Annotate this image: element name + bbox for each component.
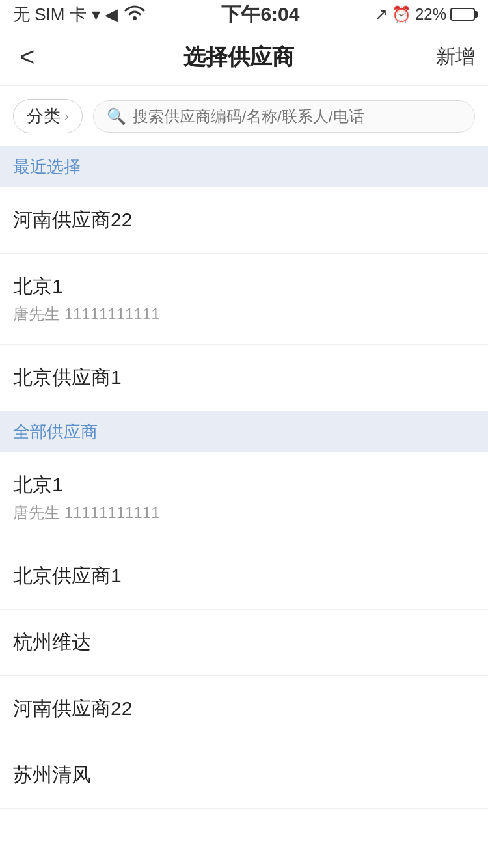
list-item[interactable]: 北京供应商1 — [0, 543, 488, 610]
list-item-name: 北京1 — [13, 273, 475, 300]
search-box[interactable]: 🔍 — [93, 100, 475, 133]
svg-point-0 — [133, 16, 137, 20]
category-button[interactable]: 分类 › — [13, 99, 83, 133]
nav-bar: < 选择供应商 新增 — [0, 29, 488, 86]
chevron-right-icon: › — [64, 109, 69, 124]
status-bar-left: 无 SIM 卡 ▾ ◀ — [13, 3, 146, 26]
list-item-name: 北京供应商1 — [13, 563, 475, 590]
list-item[interactable]: 北京1唐先生 11111111111 — [0, 452, 488, 543]
list-item-name: 北京1 — [13, 472, 475, 498]
search-icon: 🔍 — [107, 107, 126, 126]
status-bar: 无 SIM 卡 ▾ ◀ 下午6:04 ↗ ⏰ 22% — [0, 0, 488, 29]
list-item-sub: 唐先生 11111111111 — [13, 304, 475, 325]
recent-section-header: 最近选择 — [0, 146, 488, 187]
page-title: 选择供应商 — [183, 42, 294, 72]
all-section-header: 全部供应商 — [0, 411, 488, 452]
list-item-name: 杭州维达 — [13, 629, 475, 656]
wifi-icon: ▾ ◀ — [92, 5, 118, 25]
list-item-name: 北京供应商1 — [13, 364, 475, 391]
list-item-name: 苏州清风 — [13, 762, 475, 789]
sim-text: 无 SIM 卡 — [13, 3, 87, 26]
battery-percent: 22% — [415, 5, 446, 23]
list-item[interactable]: 北京1唐先生 11111111111 — [0, 254, 488, 345]
list-item[interactable]: 北京供应商1 — [0, 345, 488, 411]
back-button[interactable]: < — [13, 36, 41, 78]
all-list: 北京1唐先生 11111111111北京供应商1杭州维达河南供应商22苏州清风 — [0, 452, 488, 809]
list-item[interactable]: 杭州维达 — [0, 610, 488, 676]
status-bar-right: ↗ ⏰ 22% — [375, 5, 475, 23]
list-item[interactable]: 河南供应商22 — [0, 187, 488, 254]
list-item-sub: 唐先生 11111111111 — [13, 502, 475, 523]
recent-list: 河南供应商22北京1唐先生 11111111111北京供应商1 — [0, 187, 488, 411]
category-label: 分类 — [27, 105, 61, 128]
search-input[interactable] — [133, 107, 461, 126]
filter-bar: 分类 › 🔍 — [0, 86, 488, 146]
list-item[interactable]: 苏州清风 — [0, 742, 488, 809]
alarm-icon: ⏰ — [392, 5, 411, 23]
list-item[interactable]: 河南供应商22 — [0, 676, 488, 742]
new-action-button[interactable]: 新增 — [436, 44, 475, 70]
location-icon: ↗ — [375, 5, 388, 23]
battery-icon — [450, 8, 475, 21]
status-bar-time: 下午6:04 — [221, 1, 299, 28]
wifi-signal-icon — [123, 4, 146, 25]
list-item-name: 河南供应商22 — [13, 696, 475, 722]
list-item-name: 河南供应商22 — [13, 207, 475, 234]
